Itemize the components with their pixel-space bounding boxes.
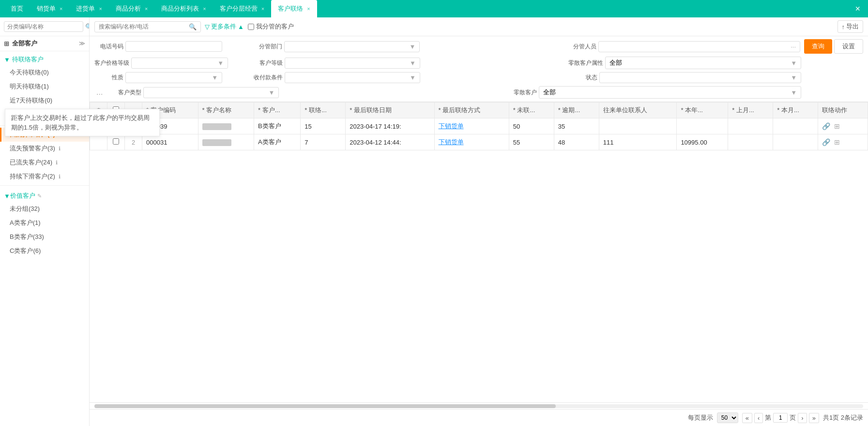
all-customers-header[interactable]: ⊞ 全部客户 ≫	[0, 36, 89, 51]
last-way-link[interactable]: 下销货单	[439, 138, 464, 146]
payment-select[interactable]: ▼	[285, 72, 420, 83]
first-page-button[interactable]: «	[742, 413, 752, 423]
window-close-button[interactable]: ×	[851, 4, 864, 14]
row-last-way[interactable]: 下销货单	[434, 134, 509, 150]
export-button[interactable]: ↑ 导出	[838, 20, 864, 33]
prev-page-button[interactable]: ‹	[754, 413, 763, 423]
col-last-date[interactable]: * 最后联络日期	[346, 103, 434, 118]
person-select[interactable]: ···	[598, 41, 800, 52]
sidebar-item-tomorrow[interactable]: 明天待联络(1)	[0, 80, 89, 94]
status-select[interactable]: ▼	[599, 72, 801, 83]
nav-sales-close[interactable]: ×	[60, 0, 62, 17]
grid-action-icon[interactable]: ⊞	[834, 122, 840, 130]
tooltip-text: 距客户上次交易时长，超过了此客户的平均交易周期的1.5倍，则视为异常。	[90, 114, 150, 131]
row-checkbox[interactable]	[113, 138, 119, 145]
filter-bar: 🔍 ▽ 更多条件 ▲ 我分管的客户 ↑ 导出	[90, 17, 868, 36]
last-page-button[interactable]: »	[809, 413, 819, 423]
nav-product-analysis[interactable]: 商品分析 ×	[109, 0, 154, 17]
sidebar-item-churn-warning[interactable]: 流失预警客户(3) ℹ	[0, 142, 89, 156]
col-this-year[interactable]: * 本年...	[677, 103, 728, 118]
customer-level-select[interactable]: ▼	[285, 58, 420, 69]
nav-product-analysis-list[interactable]: 商品分析列表 ×	[154, 0, 213, 17]
nav-sales-order[interactable]: 销货单 ×	[30, 0, 69, 17]
sidebar-item-unclassified[interactable]: 未分组(32)	[0, 202, 89, 216]
link-action-icon[interactable]: 🔗	[822, 122, 830, 130]
col-overdue[interactable]: * 逾期...	[554, 103, 599, 118]
query-button[interactable]: 查询	[804, 39, 832, 54]
col-name[interactable]: * 客户名称	[198, 103, 254, 118]
row-code[interactable]: 000031	[142, 134, 198, 150]
scroll-thumb[interactable]	[94, 404, 556, 408]
retail-customer-select[interactable]: 全部 ▼	[539, 86, 801, 99]
phone-label: 电话号码	[94, 43, 123, 51]
grid-action-icon[interactable]: ⊞	[834, 138, 840, 146]
my-customer-checkbox[interactable]: 我分管的客户	[248, 22, 294, 31]
customer-type-select[interactable]: ▼	[143, 87, 279, 98]
horizontal-scrollbar[interactable]	[90, 402, 868, 409]
nav-customer-tier[interactable]: 客户分层经营 ×	[213, 0, 271, 17]
arrow-down-icon-2: ▼	[4, 192, 10, 200]
sidebar-item-class-a[interactable]: A类客户(1)	[0, 216, 89, 230]
info-icon-3: ℹ	[56, 160, 58, 165]
customer-type-label: 客户类型	[112, 88, 141, 97]
payment-label: 收付款条件	[254, 73, 283, 82]
col-contact-person[interactable]: 往来单位联系人	[599, 103, 677, 118]
row-name[interactable]	[198, 134, 254, 150]
row-last-way[interactable]: 下销货单	[434, 118, 509, 134]
price-level-select[interactable]: ▼	[131, 58, 228, 69]
link-action-icon[interactable]: 🔗	[822, 138, 830, 146]
more-dots-icon[interactable]: ...	[94, 88, 105, 97]
col-customer-type[interactable]: * 客户...	[254, 103, 301, 118]
last-way-link[interactable]: 下销货单	[439, 122, 464, 130]
row-check-cell[interactable]	[107, 134, 125, 150]
col-last-way[interactable]: * 最后联络方式	[434, 103, 509, 118]
page-number-input[interactable]	[773, 413, 788, 423]
sidebar-item-churned[interactable]: 已流失客户(24) ℹ	[0, 156, 89, 170]
sidebar-collapse-btn[interactable]: ≫	[79, 40, 85, 47]
more-conditions-button[interactable]: ▽ 更多条件 ▲	[205, 22, 244, 31]
per-page-select[interactable]: 50	[717, 412, 738, 423]
nav-product-list-close[interactable]: ×	[203, 0, 206, 17]
nav-customer-tier-close[interactable]: ×	[261, 0, 264, 17]
search-input-container: 🔍	[94, 21, 201, 32]
col-uncontacted[interactable]: * 未联...	[509, 103, 554, 118]
sidebar-search-icon[interactable]: 🔍	[85, 23, 90, 30]
nav-customer-contact[interactable]: 客户联络 ×	[271, 0, 317, 17]
col-last-month[interactable]: * 上月...	[728, 103, 773, 118]
settings-button[interactable]: 设置	[834, 39, 863, 54]
value-customer-group: ▼ 价值客户 ✎ 未分组(32) A类客户(1) B类客户(33) C类客户(6…	[0, 188, 89, 260]
status-filter: 状态 ▼	[568, 72, 801, 83]
sidebar-item-class-c[interactable]: C类客户(6)	[0, 244, 89, 258]
my-customer-check[interactable]	[248, 24, 254, 30]
col-contact[interactable]: * 联络...	[301, 103, 346, 118]
sidebar-item-today[interactable]: 今天待联络(0)	[0, 66, 89, 80]
sidebar-item-class-b[interactable]: B类客户(33)	[0, 230, 89, 244]
dept-select[interactable]: ▼	[284, 41, 420, 52]
main-search-input[interactable]	[99, 23, 187, 30]
nav-home[interactable]: 首页	[4, 0, 30, 17]
sidebar-item-7days[interactable]: 近7天待联络(0)	[0, 94, 89, 108]
nav-purchase-close[interactable]: ×	[99, 0, 102, 17]
search-icon[interactable]: 🔍	[189, 23, 197, 30]
retail-attr-select[interactable]: 全部 ▼	[605, 57, 801, 69]
pending-group-title[interactable]: ▼ 待联络客户	[0, 53, 89, 66]
phone-input[interactable]	[125, 41, 222, 52]
person-label: 分管人员	[567, 43, 596, 51]
value-group-title[interactable]: ▼ 价值客户 ✎	[0, 190, 89, 202]
row-uncontacted: 55	[509, 134, 554, 150]
sidebar-search-input[interactable]	[4, 21, 83, 32]
scroll-track[interactable]	[94, 404, 863, 408]
nav-product-analysis-close[interactable]: ×	[145, 0, 148, 17]
all-customers-label: 全部客户	[12, 39, 37, 48]
edit-icon[interactable]: ✎	[37, 193, 42, 199]
sidebar-item-declining[interactable]: 持续下滑客户(2) ℹ	[0, 170, 89, 184]
nav-customer-contact-close[interactable]: ×	[307, 0, 310, 17]
next-page-button[interactable]: ›	[798, 413, 807, 423]
col-this-month[interactable]: * 本月...	[773, 103, 818, 118]
row-last-date: 2023-04-12 14:44:	[346, 134, 434, 150]
gender-chevron-icon: ▼	[212, 74, 218, 81]
row-name[interactable]	[198, 118, 254, 134]
gender-select[interactable]: ▼	[125, 72, 222, 83]
nav-purchase-order[interactable]: 进货单 ×	[69, 0, 108, 17]
retail-attr-label: 零散客户属性	[568, 59, 603, 67]
